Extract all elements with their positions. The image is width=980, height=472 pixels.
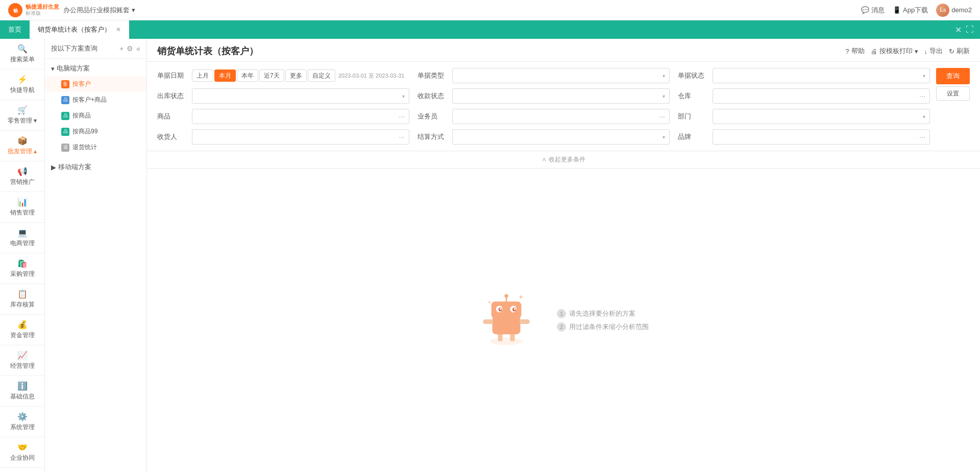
- sidebar-item-search[interactable]: 🔍 搜索菜单: [0, 39, 44, 69]
- query-btn[interactable]: 查询: [936, 68, 970, 84]
- action-buttons: 查询 设置: [936, 68, 970, 101]
- industry-dropdown-icon: ▾: [132, 6, 135, 14]
- industry-selector[interactable]: 办公用品行业模拟账套 ▾: [63, 6, 135, 15]
- logo-area: 畅 畅捷通好生意 标准版: [8, 3, 59, 17]
- tab-close-btn[interactable]: ✕: [955, 25, 962, 35]
- mobile-scheme-group: ▶ 移动端方案: [45, 157, 146, 177]
- doc-type-input[interactable]: ▾: [452, 68, 670, 83]
- filter-field-date: 单据日期 上月 本月 本年 近7天 更多 自定义 2023-03-01 至 20…: [157, 69, 409, 82]
- mobile-group-label: 移动端方案: [58, 162, 91, 172]
- collapse-bar[interactable]: ∧ 收起更多条件: [147, 151, 980, 169]
- scheme-settings-btn[interactable]: ⚙: [127, 44, 133, 53]
- sidebar-operations-label: 经营管理: [10, 362, 35, 370]
- salesperson-dots[interactable]: ···: [659, 112, 665, 121]
- empty-hints: 1 请先选择要分析的方案 2 用过滤条件来缩小分析范围: [557, 309, 649, 332]
- sidebar-sales-label: 销售管理: [10, 208, 35, 217]
- export-btn[interactable]: ↓ 导出: [924, 46, 943, 56]
- out-status-label: 出库状态: [157, 91, 188, 101]
- brand-input[interactable]: ···: [713, 129, 930, 145]
- finance-icon: 💰: [17, 320, 28, 329]
- out-status-input[interactable]: ▾: [192, 88, 409, 104]
- scheme-item-customer-goods[interactable]: 品 按客户+商品: [45, 92, 146, 108]
- user-area[interactable]: Ea demo2: [936, 4, 972, 17]
- goods-input[interactable]: ···: [192, 109, 409, 124]
- empty-hint-2: 2 用过滤条件来缩小分析范围: [557, 322, 649, 332]
- mobile-scheme-header[interactable]: ▶ 移动端方案: [45, 159, 146, 175]
- refresh-btn[interactable]: ↻ 刷新: [949, 46, 970, 56]
- department-dropdown-icon: ▾: [923, 114, 925, 120]
- filter-field-receiver: 收货人 ···: [157, 129, 409, 145]
- help-label: 帮助: [851, 46, 865, 56]
- filter-row-2: 出库状态 ▾ 收款状态: [157, 88, 930, 104]
- sidebar-item-newbie[interactable]: 🎯 新手引导: [0, 468, 44, 472]
- tab-sales-stat[interactable]: 销货单统计表（按客户） ✕: [30, 20, 129, 39]
- goods-dots[interactable]: ···: [399, 112, 405, 121]
- sidebar-basic-info-label: 基础信息: [10, 392, 35, 401]
- scheme-collapse-btn[interactable]: «: [136, 44, 140, 53]
- sidebar-item-finance[interactable]: 💰 资金管理: [0, 315, 44, 345]
- scheme-header-icons: + ⚙ «: [119, 44, 140, 53]
- pc-group-expand-icon: ▾: [51, 65, 55, 73]
- scheme-item-by-goods[interactable]: 品 按商品: [45, 108, 146, 124]
- scheme-item-return-stat-icon: 退: [61, 144, 69, 152]
- date-btn-last-month[interactable]: 上月: [192, 69, 213, 82]
- sidebar-item-operations[interactable]: 📈 经营管理: [0, 345, 44, 376]
- content-area: 按以下方案查询 + ⚙ « ▾ 电脑端方案 客 按客户 品 按客户: [45, 39, 980, 472]
- help-btn[interactable]: ? 帮助: [845, 46, 864, 56]
- settings-btn[interactable]: 设置: [936, 86, 970, 101]
- app-download-btn[interactable]: 📱 App下载: [893, 6, 928, 15]
- sidebar-item-system[interactable]: ⚙️ 系统管理: [0, 407, 44, 437]
- sidebar-item-enterprise[interactable]: 🤝 企业协同: [0, 437, 44, 468]
- app-download-label: App下载: [903, 6, 928, 15]
- warehouse-input[interactable]: ···: [713, 88, 930, 104]
- filter-field-doc-status: 单据状态 ▾: [678, 68, 930, 83]
- scheme-item-by-goods-label: 按商品: [72, 111, 91, 120]
- sidebar-search-label: 搜索菜单: [10, 55, 35, 64]
- tab-expand-btn[interactable]: ⛶: [966, 25, 974, 34]
- payment-status-input[interactable]: ▾: [452, 88, 670, 104]
- main-panel: 销货单统计表（按客户） ? 帮助 🖨 按模板打印 ▾ ↓ 导出: [147, 39, 980, 472]
- scheme-item-by-customer-icon: 客: [61, 80, 69, 88]
- sidebar-item-sales[interactable]: 📊 销售管理: [0, 192, 44, 223]
- sidebar-inventory-label: 库存核算: [10, 300, 35, 309]
- sidebar-item-wholesale[interactable]: 📦 批发管理 ▴: [0, 131, 44, 161]
- help-icon: ?: [845, 48, 849, 55]
- scheme-header: 按以下方案查询 + ⚙ «: [45, 39, 146, 59]
- date-btn-this-year[interactable]: 本年: [237, 69, 258, 82]
- receiver-dots[interactable]: ···: [399, 133, 405, 141]
- receiver-input[interactable]: ···: [192, 129, 409, 145]
- sidebar-item-ecommerce[interactable]: 💻 电商管理: [0, 223, 44, 253]
- sales-icon: 📊: [17, 197, 28, 207]
- sidebar-item-basic-info[interactable]: ℹ️ 基础信息: [0, 376, 44, 407]
- page-actions: ? 帮助 🖨 按模板打印 ▾ ↓ 导出 ↻ 刷新: [845, 46, 970, 56]
- scheme-item-by-customer[interactable]: 客 按客户: [45, 76, 146, 92]
- message-btn[interactable]: 💬 消息: [861, 6, 885, 15]
- tab-home[interactable]: 首页: [0, 20, 30, 39]
- date-btn-7days[interactable]: 近7天: [259, 69, 284, 82]
- username-label: demo2: [951, 6, 972, 14]
- pc-scheme-header[interactable]: ▾ 电脑端方案: [45, 61, 146, 76]
- sidebar-item-quick-nav[interactable]: ⚡ 快捷导航: [0, 69, 44, 100]
- svg-text:✦: ✦: [487, 300, 492, 305]
- doc-status-input[interactable]: ▾: [713, 68, 930, 83]
- warehouse-dots[interactable]: ···: [919, 92, 925, 100]
- sidebar-item-retail[interactable]: 🛒 零售管理 ▾: [0, 100, 44, 131]
- date-btn-this-month[interactable]: 本月: [214, 69, 236, 82]
- svg-point-13: [500, 308, 502, 310]
- tab-close-icon[interactable]: ✕: [116, 26, 121, 33]
- payment-method-input[interactable]: ▾: [452, 129, 670, 145]
- department-label: 部门: [678, 112, 708, 121]
- scheme-item-return-stat[interactable]: 退 退货统计: [45, 139, 146, 155]
- department-input[interactable]: ▾: [713, 109, 930, 124]
- brand-dots[interactable]: ···: [919, 133, 925, 141]
- template-print-btn[interactable]: 🖨 按模板打印 ▾: [871, 46, 918, 56]
- sidebar-item-purchase[interactable]: 🛍️ 采购管理: [0, 253, 44, 284]
- date-btn-custom[interactable]: 自定义: [308, 69, 335, 82]
- main-layout: 🔍 搜索菜单 ⚡ 快捷导航 🛒 零售管理 ▾ 📦 批发管理 ▴ 📢 营销推广 📊…: [0, 39, 980, 472]
- scheme-item-goods-99[interactable]: 品 按商品99: [45, 124, 146, 139]
- sidebar-item-marketing[interactable]: 📢 营销推广: [0, 161, 44, 192]
- sidebar-item-inventory[interactable]: 📋 库存核算: [0, 284, 44, 315]
- date-btn-more[interactable]: 更多: [285, 69, 307, 82]
- salesperson-input[interactable]: ···: [452, 109, 670, 124]
- scheme-add-btn[interactable]: +: [119, 44, 124, 53]
